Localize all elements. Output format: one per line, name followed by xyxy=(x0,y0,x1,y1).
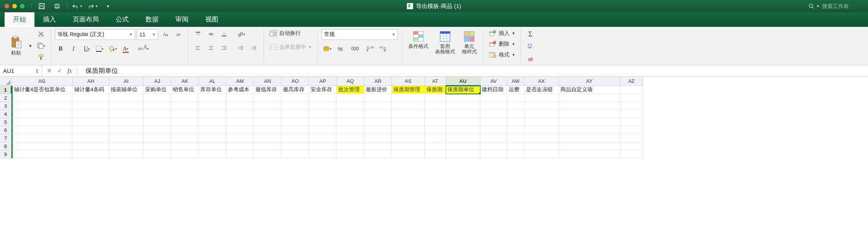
close-window-button[interactable] xyxy=(5,4,9,8)
cell-AO2[interactable] xyxy=(282,94,309,102)
autosum-button[interactable]: Σ xyxy=(525,29,536,39)
font-name-combo[interactable]: 等线 Regular (正文)▼ xyxy=(55,29,135,40)
select-all-button[interactable] xyxy=(0,77,11,86)
cell-AT3[interactable] xyxy=(425,102,446,110)
cell-AX3[interactable] xyxy=(524,102,559,110)
column-header-AM[interactable]: AM xyxy=(226,77,254,86)
cell-AW2[interactable] xyxy=(507,94,524,102)
cell-AM2[interactable] xyxy=(226,94,254,102)
row-header-9[interactable]: 9 xyxy=(0,150,11,158)
cell-AY8[interactable] xyxy=(559,142,620,150)
cell-AZ9[interactable] xyxy=(620,150,643,158)
increase-font-button[interactable]: A▴ xyxy=(160,30,171,40)
cell-AU2[interactable] xyxy=(446,94,480,102)
cell-AY2[interactable] xyxy=(559,94,620,102)
cell-AH6[interactable] xyxy=(73,126,109,134)
tab-page-layout[interactable]: 页面布局 xyxy=(64,12,107,27)
cell-AP1[interactable]: 安全库存 xyxy=(309,86,337,94)
cell-AJ9[interactable] xyxy=(144,150,171,158)
cell-AL4[interactable] xyxy=(199,110,226,118)
cell-AK4[interactable] xyxy=(171,110,199,118)
wrap-text-button[interactable]: 自动换行 xyxy=(268,29,313,38)
fill-button[interactable] xyxy=(525,41,536,51)
cell-AJ4[interactable] xyxy=(144,110,171,118)
column-header-AT[interactable]: AT xyxy=(425,77,446,86)
align-center-button[interactable] xyxy=(205,43,217,53)
cell-AM5[interactable] xyxy=(226,118,254,126)
print-button[interactable] xyxy=(52,2,62,10)
cell-AQ4[interactable] xyxy=(337,110,364,118)
cell-AN6[interactable] xyxy=(254,126,282,134)
search-input[interactable] xyxy=(822,3,864,9)
cell-AV3[interactable] xyxy=(480,102,507,110)
cell-AO8[interactable] xyxy=(282,142,309,150)
italic-button[interactable]: I xyxy=(68,44,79,54)
cell-AV1[interactable]: 建档日期 xyxy=(480,86,507,94)
cell-AJ5[interactable] xyxy=(144,118,171,126)
cell-AH2[interactable] xyxy=(73,94,109,102)
cell-AG2[interactable] xyxy=(11,94,73,102)
increase-decimal-button[interactable]: .0.00 xyxy=(364,44,376,54)
cell-AV9[interactable] xyxy=(480,150,507,158)
cell-AW3[interactable] xyxy=(507,102,524,110)
cell-AQ3[interactable] xyxy=(337,102,364,110)
cell-AU5[interactable] xyxy=(446,118,480,126)
cell-AR1[interactable]: 最新进价 xyxy=(364,86,392,94)
align-right-button[interactable] xyxy=(218,43,230,53)
cell-AJ6[interactable] xyxy=(144,126,171,134)
cell-AW6[interactable] xyxy=(507,126,524,134)
tab-insert[interactable]: 插入 xyxy=(34,12,64,27)
merge-center-button[interactable]: 合并后居中 ▼ xyxy=(268,43,313,51)
number-format-combo[interactable]: 常规▼ xyxy=(321,29,398,40)
column-header-AG[interactable]: AG xyxy=(11,77,73,86)
cell-AP2[interactable] xyxy=(309,94,337,102)
cell-AV6[interactable] xyxy=(480,126,507,134)
cell-AN2[interactable] xyxy=(254,94,282,102)
cell-AQ5[interactable] xyxy=(337,118,364,126)
cell-AM7[interactable] xyxy=(226,134,254,142)
cell-AW7[interactable] xyxy=(507,134,524,142)
cell-AX8[interactable] xyxy=(524,142,559,150)
cell-AR7[interactable] xyxy=(364,134,392,142)
column-header-AX[interactable]: AX xyxy=(524,77,559,86)
cell-AO9[interactable] xyxy=(282,150,309,158)
cell-AZ2[interactable] xyxy=(620,94,643,102)
formula-input[interactable]: 保质期单位 xyxy=(82,66,868,75)
cell-AJ8[interactable] xyxy=(144,142,171,150)
cell-AM3[interactable] xyxy=(226,102,254,110)
column-header-AW[interactable]: AW xyxy=(507,77,524,86)
cell-AW1[interactable]: 运费 xyxy=(507,86,524,94)
row-header-1[interactable]: 1 xyxy=(0,86,11,94)
percent-button[interactable]: % xyxy=(334,44,346,54)
cell-AR2[interactable] xyxy=(364,94,392,102)
cell-AW5[interactable] xyxy=(507,118,524,126)
cell-AN4[interactable] xyxy=(254,110,282,118)
cell-AW8[interactable] xyxy=(507,142,524,150)
cell-AL2[interactable] xyxy=(199,94,226,102)
cell-AS4[interactable] xyxy=(392,110,425,118)
cell-AT8[interactable] xyxy=(425,142,446,150)
cell-AV8[interactable] xyxy=(480,142,507,150)
row-header-8[interactable]: 8 xyxy=(0,142,11,150)
column-header-AS[interactable]: AS xyxy=(392,77,425,86)
cell-AH4[interactable] xyxy=(73,110,109,118)
align-middle-button[interactable] xyxy=(205,29,217,39)
cell-AY1[interactable]: 商品自定义项 xyxy=(559,86,620,94)
cell-AI1[interactable]: 报表辅单位 xyxy=(109,86,144,94)
cell-AL6[interactable] xyxy=(199,126,226,134)
cell-AO6[interactable] xyxy=(282,126,309,134)
cell-AM8[interactable] xyxy=(226,142,254,150)
cell-AZ5[interactable] xyxy=(620,118,643,126)
cell-AP7[interactable] xyxy=(309,134,337,142)
cell-AP6[interactable] xyxy=(309,126,337,134)
align-bottom-button[interactable] xyxy=(218,29,230,39)
cell-AG8[interactable] xyxy=(11,142,73,150)
cell-AL9[interactable] xyxy=(199,150,226,158)
cell-AG3[interactable] xyxy=(11,102,73,110)
format-cells-button[interactable]: 格式▼ xyxy=(487,51,517,59)
maximize-window-button[interactable] xyxy=(20,4,25,8)
cell-AU3[interactable] xyxy=(446,102,480,110)
conditional-format-button[interactable]: 条件格式 xyxy=(406,29,431,51)
cell-AI7[interactable] xyxy=(109,134,144,142)
cell-AJ3[interactable] xyxy=(144,102,171,110)
